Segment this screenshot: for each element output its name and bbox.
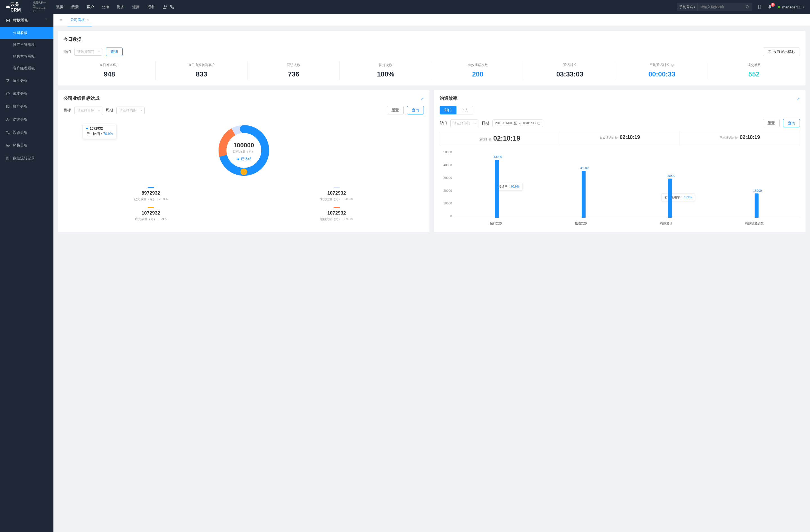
sidebar-item-5[interactable]: 销售分析	[0, 139, 53, 152]
sidebar-icon-2	[6, 104, 10, 109]
bar-2: 29000	[668, 179, 672, 218]
sidebar-item-0[interactable]: 漏斗分析	[0, 74, 53, 87]
main-nav: 数据线索客户公海财务运营报名	[56, 4, 155, 10]
stat-0: 通话时长02:10:19	[440, 131, 560, 146]
query-button-2[interactable]: 查询	[407, 106, 424, 114]
comm-card: 沟通效率 ⤢ 部门个人 部门 请选择部门 日期 2018/01/08 至 201…	[434, 90, 806, 232]
period-select[interactable]: 请选择周期	[116, 106, 145, 114]
stat-2: 平均通话时长02:10:19	[680, 131, 799, 146]
nav-item-1[interactable]: 线索	[71, 4, 79, 10]
thumbs-up-icon	[237, 157, 240, 161]
x-tick: 有效通话	[660, 221, 673, 226]
calendar-icon	[537, 121, 540, 125]
sidebar-item-6[interactable]: 数据流转记录	[0, 152, 53, 165]
phone-icon[interactable]	[170, 4, 175, 10]
sidebar-sub-0[interactable]: 公司看板	[0, 27, 53, 39]
metric-0: 今日首咨客户948	[64, 61, 156, 80]
donut-legend: 8972932已完成量（元）|70.9%1072932未完成量（元）|20.9%…	[64, 187, 424, 221]
nav-item-2[interactable]: 客户	[87, 4, 94, 10]
notif-badge: 5	[771, 3, 775, 7]
search-box: 手机号码▾	[677, 3, 752, 11]
metric-3: 拨打次数100%	[340, 61, 432, 80]
reset-button-2[interactable]: 重置	[763, 119, 780, 127]
sidebar-icon-0	[6, 79, 10, 83]
user-menu[interactable]: manager11 ▾	[778, 5, 804, 9]
metric-7: 成交单数552	[708, 61, 800, 80]
expand-icon-2[interactable]: ⤢	[797, 97, 800, 101]
query-button[interactable]: 查询	[106, 48, 123, 56]
target-card: 公司业绩目标达成 ⤢ 目标 请选择目标 周期 请选择周期 重置 查询	[58, 90, 430, 232]
legend-1: 1072932未完成量（元）|20.9%	[249, 187, 424, 201]
legend-3: 1072932超额完成（元）|89.9%	[249, 207, 424, 221]
goal-label: 目标	[64, 108, 71, 113]
sidebar-item-3[interactable]: 访客分析	[0, 113, 53, 126]
dept-select[interactable]: 请选择部门	[74, 48, 102, 56]
sidebar-group-dashboards[interactable]: 数据看板 ⌃	[0, 14, 53, 27]
svg-point-7	[7, 118, 8, 119]
nav-item-6[interactable]: 报名	[147, 4, 155, 10]
add-user-icon[interactable]	[163, 4, 168, 10]
goal-select[interactable]: 请选择目标	[74, 106, 102, 114]
metric-4: 有效通话次数200	[432, 61, 524, 80]
today-filter: 部门 请选择部门 查询 设置显示指标	[64, 48, 800, 56]
sidebar-item-1[interactable]: 成本分析	[0, 87, 53, 100]
chevron-up-icon: ⌃	[46, 19, 48, 22]
dept-select-2[interactable]: 请选择部门	[450, 119, 479, 127]
nav-item-5[interactable]: 运营	[132, 4, 140, 10]
user-name: manager11	[782, 5, 801, 9]
date-label: 日期	[482, 121, 489, 126]
comm-stats: 通话时长02:10:19有效通话时长02:10:19平均通话时长02:10:19	[440, 131, 800, 146]
sidebar-sub-3[interactable]: 客户经理看板	[0, 63, 53, 74]
sidebar-sub-1[interactable]: 推广主管看板	[0, 39, 53, 51]
search-icon	[746, 5, 749, 9]
donut-sub: 目标总量（元）	[233, 150, 255, 154]
date-range-input[interactable]: 2018/01/08 至 2018/01/08	[492, 119, 543, 127]
bar-3: 18000	[755, 194, 759, 218]
donut-chart: 100000 目标总量（元） 已达成 1072932 所占比例：70.9%	[64, 119, 424, 184]
metric-5: 通话时长03:33:03	[524, 61, 616, 80]
cloud-icon	[6, 5, 11, 9]
sidebar-sub-2[interactable]: 销售主管看板	[0, 51, 53, 63]
sidebar-item-2[interactable]: 推广分析	[0, 100, 53, 113]
settings-button[interactable]: 设置显示指标	[763, 48, 800, 56]
mobile-icon[interactable]	[757, 4, 762, 10]
x-tick: 拨打次数	[490, 221, 502, 226]
today-card: 今日数据 部门 请选择部门 查询 设置显示指标 今日首咨客户948今日有效首咨客…	[58, 31, 806, 85]
nav-item-4[interactable]: 财务	[117, 4, 124, 10]
logo-mark: 云朵CRM	[6, 2, 29, 13]
bar-0: 43000	[495, 160, 499, 218]
bell-icon[interactable]: 5	[767, 4, 773, 10]
seg-0[interactable]: 部门	[440, 106, 456, 114]
dept-label-2: 部门	[440, 121, 447, 126]
metrics-row: 今日首咨客户948今日有效首咨客户833回访人数736拨打次数100%有效通话次…	[64, 61, 800, 80]
search-button[interactable]	[743, 5, 752, 9]
donut-value: 100000	[233, 142, 255, 149]
metric-6: 平均通话时长00:00:33	[616, 61, 708, 80]
sidebar-icon-4	[6, 130, 10, 135]
target-title: 公司业绩目标达成	[64, 96, 100, 101]
reset-button[interactable]: 重置	[387, 106, 404, 114]
status-dot-icon	[778, 6, 780, 8]
sidebar-icon-6	[6, 156, 10, 161]
tab-company-board[interactable]: 公司看板 ✕	[67, 14, 92, 27]
sidebar-item-4[interactable]: 渠道分析	[0, 126, 53, 139]
nav-item-3[interactable]: 公海	[102, 4, 109, 10]
svg-point-18	[241, 168, 247, 175]
collapse-icon[interactable]	[56, 19, 66, 22]
stat-1: 有效通话时长02:10:19	[560, 131, 680, 146]
dashboard-icon	[6, 18, 10, 23]
bar-chart: 50000400003000020000100000 接通率：70.9% 有效接…	[440, 150, 800, 226]
anno-connect-rate: 接通率：70.9%	[495, 183, 522, 190]
svg-point-0	[164, 5, 166, 7]
expand-icon[interactable]: ⤢	[421, 97, 424, 101]
search-type-select[interactable]: 手机号码▾	[677, 3, 698, 11]
close-icon[interactable]: ✕	[87, 18, 89, 22]
bar-1: 35000	[582, 171, 586, 218]
query-button-3[interactable]: 查询	[783, 119, 800, 127]
donut-center: 100000 目标总量（元） 已达成	[233, 142, 255, 161]
nav-item-0[interactable]: 数据	[56, 4, 64, 10]
search-input[interactable]	[698, 5, 743, 9]
svg-point-10	[6, 144, 10, 147]
chevron-down-icon: ▾	[803, 6, 804, 9]
seg-1[interactable]: 个人	[456, 106, 473, 114]
